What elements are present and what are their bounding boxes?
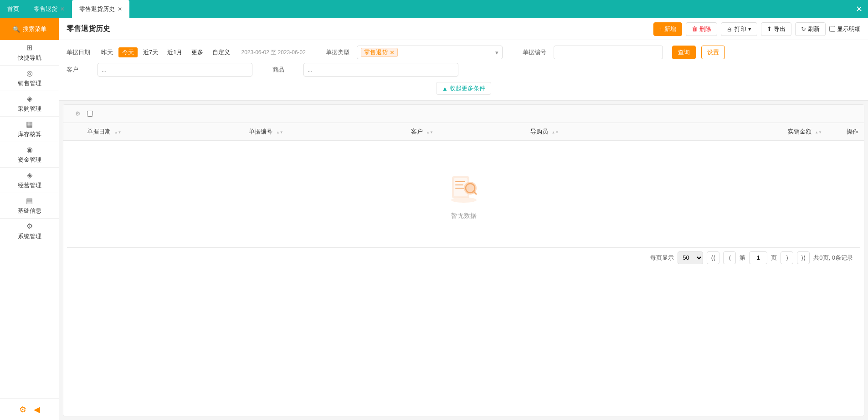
table-body: 暂无数据	[63, 141, 864, 248]
collapse-sidebar-icon[interactable]: ◀	[34, 405, 40, 415]
table-toolbar: ⚙	[63, 105, 864, 123]
doc-num-input[interactable]	[554, 46, 663, 59]
select-all-checkbox[interactable]	[87, 111, 93, 117]
tab-home[interactable]: 首页	[0, 0, 26, 18]
settings-filter-button[interactable]: 设置	[701, 46, 725, 59]
type-filter-chevron: ▾	[495, 49, 498, 56]
page-header: 零售退货历史 + 新增 🗑 删除 🖨 打印 ▾ ⬆ 导出 ↻	[59, 18, 868, 40]
guide-sort-icon[interactable]: ▲▼	[552, 130, 559, 134]
customer-sort-icon[interactable]: ▲▼	[426, 130, 433, 134]
page-number-input[interactable]: 1	[749, 251, 767, 264]
delete-button[interactable]: 🗑 删除	[686, 22, 717, 36]
table-settings-icon[interactable]: ⚙	[69, 110, 87, 117]
th-date: 单据日期 ▲▼	[82, 123, 243, 141]
remove-type-tag[interactable]: ✕	[390, 49, 395, 56]
total-records: 共0页, 0条记录	[813, 254, 853, 262]
system-icon: ⚙	[26, 222, 33, 230]
th-actions: 操作	[827, 123, 864, 141]
add-button[interactable]: + 新增	[653, 22, 682, 36]
purchase-icon: ◈	[27, 94, 32, 103]
sidebar-item-system[interactable]: ⚙ 系统管理	[0, 219, 59, 244]
filter-area: 单据日期 昨天 今天 近7天 近1月 更多 自定义 2023-06-02 至 2…	[59, 40, 868, 101]
top-tab-bar: 首页 零售退货 ✕ 零售退货历史 ✕ ✕	[0, 0, 868, 18]
collapse-icon: ▲	[442, 85, 448, 92]
export-button[interactable]: ⬆ 导出	[761, 22, 791, 36]
empty-state-cell: 暂无数据	[63, 141, 864, 248]
doc-num-filter-label: 单据编号	[523, 48, 548, 56]
sidebar-item-purchase[interactable]: ◈ 采购管理	[0, 91, 59, 117]
th-customer: 客户 ▲▼	[406, 123, 525, 141]
sidebar-item-finance[interactable]: ◉ 资金管理	[0, 142, 59, 168]
goods-input[interactable]	[303, 63, 458, 77]
collapse-area: ▲ 收起更多条件	[67, 80, 861, 95]
print-icon: 🖨	[727, 26, 733, 32]
customer-filter-label: 客户	[67, 66, 92, 74]
main-layout: 🔍 搜索菜单 ⊞ 快捷导航 ◎ 销售管理 ◈ 采购管理 ▦ 库存核算 ◉ 资金管…	[0, 18, 868, 420]
sidebar-item-quick-nav[interactable]: ⊞ 快捷导航	[0, 40, 59, 66]
quick-nav-icon: ⊞	[26, 43, 32, 52]
amount-sort-icon[interactable]: ▲▼	[815, 130, 822, 134]
page-title: 零售退货历史	[67, 24, 653, 34]
date-opt-1month[interactable]: 近1月	[164, 47, 186, 57]
type-filter-tag: 零售退货 ✕	[361, 48, 398, 57]
doc-num-sort-icon[interactable]: ▲▼	[276, 130, 283, 134]
operations-icon: ◈	[27, 171, 32, 179]
table-container: ⚙ 单据日期 ▲▼ 单据编号 ▲▼	[63, 104, 864, 416]
empty-state: 暂无数据	[63, 141, 864, 247]
th-guide: 导购员 ▲▼	[525, 123, 666, 141]
date-opt-7days[interactable]: 近7天	[139, 47, 162, 57]
date-opt-yesterday[interactable]: 昨天	[98, 47, 117, 57]
inventory-icon: ▦	[26, 120, 33, 128]
sales-icon: ◎	[26, 69, 33, 77]
th-amount: 实销金额 ▲▼	[666, 123, 827, 141]
close-tab-retail-return[interactable]: ✕	[60, 6, 65, 12]
content-area: 零售退货历史 + 新增 🗑 删除 🖨 打印 ▾ ⬆ 导出 ↻	[59, 18, 868, 420]
sidebar-item-inventory[interactable]: ▦ 库存核算	[0, 117, 59, 142]
table-header-row: 单据日期 ▲▼ 单据编号 ▲▼ 客户 ▲▼ 导购员	[63, 123, 864, 141]
th-doc-num: 单据编号 ▲▼	[243, 123, 405, 141]
filter-row-2: 客户 商品	[67, 63, 861, 77]
print-button[interactable]: 🖨 打印 ▾	[721, 22, 757, 36]
sidebar-item-sales[interactable]: ◎ 销售管理	[0, 66, 59, 91]
search-icon: 🔍	[13, 26, 20, 33]
next-page-button[interactable]: ⟩	[781, 251, 793, 264]
date-sort-icon[interactable]: ▲▼	[114, 130, 122, 134]
print-chevron-icon: ▾	[748, 26, 751, 32]
prev-page-button[interactable]: ⟨	[723, 251, 736, 264]
export-icon: ⬆	[767, 26, 772, 32]
date-opt-custom[interactable]: 自定义	[209, 47, 234, 57]
delete-icon: 🗑	[692, 26, 698, 32]
sidebar-item-operations[interactable]: ◈ 经营管理	[0, 168, 59, 193]
th-checkbox	[63, 123, 82, 141]
date-opt-more[interactable]: 更多	[188, 47, 207, 57]
data-table: 单据日期 ▲▼ 单据编号 ▲▼ 客户 ▲▼ 导购员	[63, 123, 864, 247]
finance-icon: ◉	[26, 145, 33, 154]
empty-text: 暂无数据	[451, 212, 477, 220]
sidebar: 🔍 搜索菜单 ⊞ 快捷导航 ◎ 销售管理 ◈ 采购管理 ▦ 库存核算 ◉ 资金管…	[0, 18, 59, 420]
type-filter-select[interactable]: 零售退货 ✕ ▾	[357, 46, 503, 59]
header-actions: + 新增 🗑 删除 🖨 打印 ▾ ⬆ 导出 ↻ 刷新	[653, 22, 861, 36]
type-filter-label: 单据类型	[326, 48, 351, 56]
first-page-button[interactable]: ⟨⟨	[707, 251, 719, 264]
date-opt-today[interactable]: 今天	[118, 47, 138, 57]
window-close-button[interactable]: ✕	[850, 0, 868, 18]
last-page-button[interactable]: ⟩⟩	[797, 251, 810, 264]
sidebar-bottom: ⚙ ◀	[0, 398, 59, 420]
date-range-display: 2023-06-02 至 2023-06-02	[241, 49, 305, 56]
sidebar-search[interactable]: 🔍 搜索菜单	[0, 18, 59, 40]
settings-icon[interactable]: ⚙	[19, 405, 26, 415]
show-detail-checkbox[interactable]	[829, 26, 835, 32]
tab-retail-return[interactable]: 零售退货 ✕	[26, 0, 72, 18]
refresh-button[interactable]: ↻ 刷新	[795, 22, 826, 36]
page-suffix: 页	[771, 254, 777, 262]
tab-retail-return-history[interactable]: 零售退货历史 ✕	[72, 0, 129, 18]
customer-input[interactable]	[98, 63, 252, 77]
per-page-select[interactable]: 50 100 200	[678, 251, 703, 264]
query-button[interactable]: 查询	[672, 46, 696, 59]
sidebar-item-basic-info[interactable]: ▤ 基础信息	[0, 193, 59, 219]
pagination: 每页显示 50 100 200 ⟨⟨ ⟨ 第 1 页 ⟩ ⟩⟩ 共0页, 0条记…	[67, 247, 860, 267]
collapse-filter-button[interactable]: ▲ 收起更多条件	[436, 82, 491, 95]
close-tab-retail-return-history[interactable]: ✕	[118, 6, 122, 12]
svg-line-8	[473, 191, 476, 194]
show-detail-checkbox-label[interactable]: 显示明细	[829, 25, 861, 33]
